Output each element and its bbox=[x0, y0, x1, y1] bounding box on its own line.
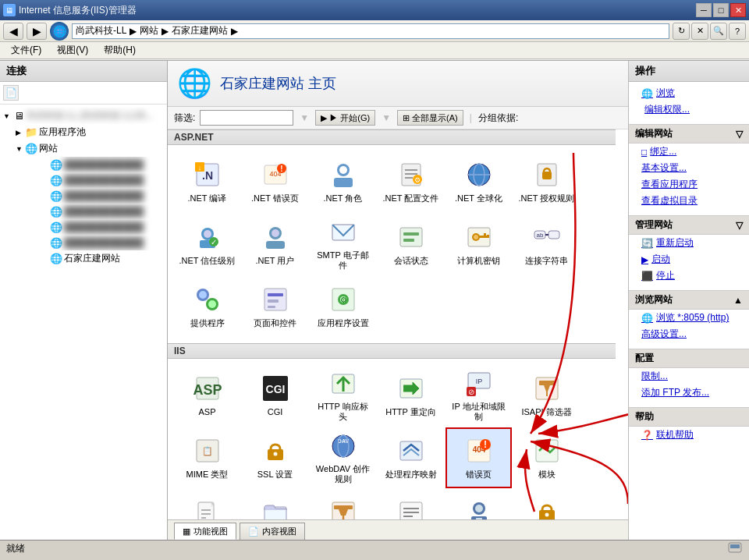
icon-connection-str[interactable]: ab 连接字符串 bbox=[513, 214, 580, 275]
icon-compress[interactable]: 授权规则 bbox=[513, 490, 580, 519]
help-button[interactable]: ? bbox=[729, 23, 746, 40]
tree-item-server[interactable]: ▼ 🖥 尚武科技-LL (尚武科技-LL\尚... bbox=[3, 108, 164, 124]
svg-rect-32 bbox=[400, 228, 422, 246]
icon-net-user[interactable]: .NET 用户 bbox=[242, 214, 308, 275]
icon-error-page[interactable]: 404! 错误页 bbox=[445, 427, 512, 488]
tree-item-sub2[interactable]: 🌐 ████████████ bbox=[41, 172, 164, 188]
svg-point-10 bbox=[339, 166, 347, 174]
action-advanced-settings[interactable]: 高级设置... bbox=[629, 326, 749, 342]
tree-item-sub3[interactable]: 🌐 ████████████ bbox=[41, 188, 164, 204]
svg-rect-29 bbox=[266, 241, 285, 249]
auth-img bbox=[463, 498, 495, 519]
tree-item-sub5[interactable]: 🌐 ████████████ bbox=[41, 219, 164, 235]
icon-asp[interactable]: ASP ASP bbox=[174, 365, 240, 426]
icon-net-global[interactable]: .NET 全球化 bbox=[445, 151, 512, 212]
icon-http-redirect[interactable]: HTTP 重定向 bbox=[378, 365, 444, 426]
minimize-button[interactable]: ─ bbox=[696, 3, 712, 17]
home-icon: 🌐 bbox=[50, 22, 69, 41]
icon-net-config[interactable]: ⚙ .NET 配置文件 bbox=[378, 151, 444, 212]
forward-button[interactable]: ▶ bbox=[27, 23, 47, 40]
maximize-button[interactable]: □ bbox=[713, 3, 729, 17]
tree-toggle-apppool[interactable]: ▶ bbox=[16, 129, 23, 136]
icon-session[interactable]: 会话状态 bbox=[378, 214, 444, 275]
icon-net-error[interactable]: 404! .NET 错误页 bbox=[242, 151, 308, 212]
icon-mime[interactable]: 📋 MIME 类型 bbox=[174, 427, 240, 488]
tab-feature-view[interactable]: ▦ 功能视图 bbox=[174, 523, 236, 540]
tree-label-sites: 网站 bbox=[39, 142, 58, 155]
icon-isapi-filter[interactable]: ISAPI 筛选器 bbox=[513, 365, 580, 426]
tree-item-target[interactable]: 🌐 石家庄建网站 bbox=[41, 250, 164, 267]
icon-net-trustlevel[interactable]: ✓ .NET 信任级别 bbox=[174, 214, 240, 275]
icon-ssl[interactable]: SSL 设置 bbox=[242, 427, 308, 488]
svg-rect-69 bbox=[539, 381, 555, 385]
icon-dir-browse[interactable]: 目录浏览 bbox=[242, 490, 308, 519]
action-basic-settings[interactable]: 基本设置... bbox=[629, 160, 749, 176]
tab-content-view[interactable]: 📄 内容视图 bbox=[240, 523, 305, 540]
search-button[interactable]: 🔍 bbox=[710, 23, 727, 40]
svg-text:↓: ↓ bbox=[197, 164, 201, 172]
icon-http-response[interactable]: HTTP 响应标头 bbox=[310, 365, 376, 426]
refresh-button[interactable]: ↻ bbox=[673, 23, 690, 40]
restart-icon: 🔄 bbox=[641, 238, 653, 249]
action-start[interactable]: ▶ 启动 bbox=[629, 251, 749, 268]
tree-item-sub4[interactable]: 🌐 ████████████ bbox=[41, 204, 164, 219]
tree-toggle-server[interactable]: ▼ bbox=[3, 112, 11, 120]
error-page-img: 404! bbox=[463, 435, 495, 466]
show-all-button[interactable]: ⊞ 全部显示(A) bbox=[397, 110, 463, 126]
icon-ip-domain[interactable]: IP⊘ IP 地址和域限制 bbox=[445, 365, 512, 426]
address-part-3: 石家庄建网站 bbox=[172, 24, 228, 37]
filter-input[interactable] bbox=[200, 110, 293, 126]
icon-output[interactable]: 日志 bbox=[378, 490, 444, 519]
icon-cgi[interactable]: CGI CGI bbox=[242, 365, 308, 426]
menu-file[interactable]: 文件(F) bbox=[6, 42, 46, 58]
tree-item-sub6[interactable]: 🌐 ████████████ bbox=[41, 235, 164, 250]
action-bind[interactable]: □ 绑定... bbox=[629, 144, 749, 160]
svg-text:✓: ✓ bbox=[211, 238, 217, 246]
menu-help[interactable]: 帮助(H) bbox=[99, 42, 140, 58]
icon-app-settings[interactable]: ⚙ 应用程序设置 bbox=[310, 276, 376, 337]
tree-toggle-sites[interactable]: ▼ bbox=[16, 145, 23, 153]
icon-auth[interactable]: 身份验证 bbox=[445, 490, 512, 519]
stop-button[interactable]: ✕ bbox=[691, 23, 708, 40]
icon-default-doc[interactable]: 默认文档 bbox=[174, 490, 240, 519]
svg-rect-106 bbox=[542, 505, 552, 513]
content-area: 🌐 石家庄建网站 主页 筛选: ▼ ▶ ▶ 开始(G) ▼ ⊞ 全部显示(A) … bbox=[168, 61, 628, 540]
action-browse-port[interactable]: 🌐 浏览 *:8059 (http) bbox=[629, 310, 749, 326]
svg-text:!: ! bbox=[484, 439, 487, 450]
action-online-help[interactable]: ❓ 联机帮助 bbox=[629, 427, 749, 443]
icon-net-trust[interactable]: .NET 授权规则 bbox=[513, 151, 580, 212]
action-view-apps[interactable]: 查看应用程序 bbox=[629, 176, 749, 193]
icon-smtp[interactable]: SMTP 电子邮件 bbox=[310, 214, 376, 275]
icon-machine-key[interactable]: 计算机密钥 bbox=[445, 214, 512, 275]
icon-module[interactable]: 模块 bbox=[513, 427, 580, 488]
svg-text:⚙: ⚙ bbox=[414, 176, 421, 184]
action-view-vdir[interactable]: 查看虚拟目录 bbox=[629, 193, 749, 209]
tree-area: ▼ 🖥 尚武科技-LL (尚武科技-LL\尚... ▶ 📁 应用程序池 ▼ 🌐 … bbox=[0, 105, 167, 540]
action-browse[interactable]: 🌐 浏览 bbox=[629, 85, 749, 101]
module-img bbox=[531, 435, 563, 466]
section-browse-site-title: 浏览网站 ▲ bbox=[629, 290, 749, 310]
action-add-ftp[interactable]: 添加 FTP 发布... bbox=[629, 385, 749, 401]
icon-handler[interactable]: 处理程序映射 bbox=[378, 427, 444, 488]
action-stop[interactable]: ⬛ 停止 bbox=[629, 268, 749, 284]
start-button[interactable]: ▶ ▶ 开始(G) bbox=[315, 110, 375, 126]
icon-request-filter[interactable]: 请求筛选 bbox=[310, 490, 376, 519]
icon-webdav[interactable]: DAV WebDAV 创作规则 bbox=[310, 427, 376, 488]
tree-item-sub1[interactable]: 🌐 ████████████ bbox=[41, 157, 164, 172]
action-restart[interactable]: 🔄 重新启动 bbox=[629, 235, 749, 251]
action-panel: 操作 🌐 浏览 编辑权限... 编辑网站 ▽ □ 绑定... 基本 bbox=[628, 61, 749, 540]
tree-item-apppool[interactable]: ▶ 📁 应用程序池 bbox=[16, 124, 164, 140]
icon-provider[interactable]: 提供程序 bbox=[174, 276, 240, 337]
add-connection-button[interactable]: 📄 bbox=[3, 85, 19, 101]
tree-item-sites[interactable]: ▼ 🌐 网站 bbox=[16, 140, 164, 157]
svg-text:⊘: ⊘ bbox=[468, 388, 474, 396]
icon-net-compile[interactable]: .N↓ .NET 编译 bbox=[174, 151, 240, 212]
default-doc-img bbox=[192, 498, 223, 519]
icon-net-role[interactable]: .NET 角色 bbox=[310, 151, 376, 212]
icon-page-control[interactable]: 页面和控件 bbox=[242, 276, 308, 337]
menu-view[interactable]: 视图(V) bbox=[52, 42, 93, 58]
back-button[interactable]: ◀ bbox=[3, 23, 23, 40]
close-button[interactable]: ✕ bbox=[730, 3, 746, 17]
action-limit[interactable]: 限制... bbox=[629, 368, 749, 385]
action-edit-permissions[interactable]: 编辑权限... bbox=[629, 101, 749, 118]
